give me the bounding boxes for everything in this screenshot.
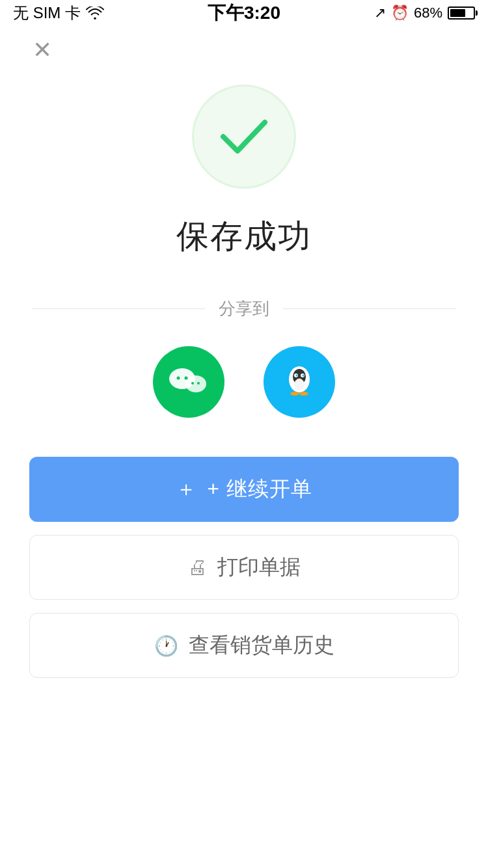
status-left: 无 SIM 卡 xyxy=(13,3,104,23)
alarm-icon: ⏰ xyxy=(391,5,409,21)
svg-point-15 xyxy=(294,379,305,390)
svg-point-1 xyxy=(185,375,206,392)
status-right: ↗ ⏰ 68% xyxy=(374,5,475,21)
continue-label: + 继续开单 xyxy=(207,475,312,504)
print-button[interactable]: 🖨 打印单据 xyxy=(29,535,459,600)
wifi-icon xyxy=(86,7,104,20)
success-circle xyxy=(192,85,296,189)
print-label: 打印单据 xyxy=(217,553,301,582)
svg-point-2 xyxy=(176,376,180,379)
close-icon: ✕ xyxy=(33,36,52,64)
success-title: 保存成功 xyxy=(176,215,312,258)
share-icons xyxy=(153,346,335,418)
share-divider: 分享到 xyxy=(33,297,455,320)
checkmark-icon xyxy=(218,117,270,156)
history-button[interactable]: 🕐 查看销货单历史 xyxy=(29,613,459,678)
svg-point-14 xyxy=(299,392,308,396)
wechat-icon xyxy=(168,364,210,400)
main-content: 保存成功 分享到 xyxy=(0,26,488,678)
close-button[interactable]: ✕ xyxy=(26,34,59,66)
svg-point-4 xyxy=(191,382,194,385)
share-label: 分享到 xyxy=(219,297,269,320)
svg-point-5 xyxy=(197,382,200,385)
continue-button[interactable]: ＋ + 继续开单 xyxy=(29,457,459,522)
no-sim-label: 无 SIM 卡 xyxy=(13,3,81,23)
print-icon: 🖨 xyxy=(187,556,207,578)
status-time: 下午3:20 xyxy=(208,1,280,25)
share-line-right xyxy=(282,308,455,309)
battery-percent: 68% xyxy=(414,5,442,21)
svg-point-3 xyxy=(184,376,187,379)
battery-icon xyxy=(448,7,475,20)
svg-point-13 xyxy=(290,392,299,396)
svg-point-11 xyxy=(303,375,305,377)
history-label: 查看销货单历史 xyxy=(189,631,334,660)
qq-icon xyxy=(280,362,319,401)
action-buttons: ＋ + 继续开单 🖨 打印单据 🕐 查看销货单历史 xyxy=(29,457,459,678)
wechat-share-button[interactable] xyxy=(153,346,224,418)
qq-share-button[interactable] xyxy=(264,346,335,418)
svg-point-10 xyxy=(296,375,298,377)
location-icon: ↗ xyxy=(374,5,386,21)
share-line-left xyxy=(33,308,206,309)
status-bar: 无 SIM 卡 下午3:20 ↗ ⏰ 68% xyxy=(0,0,488,26)
plus-icon: ＋ xyxy=(176,475,197,504)
clock-icon: 🕐 xyxy=(154,634,178,657)
